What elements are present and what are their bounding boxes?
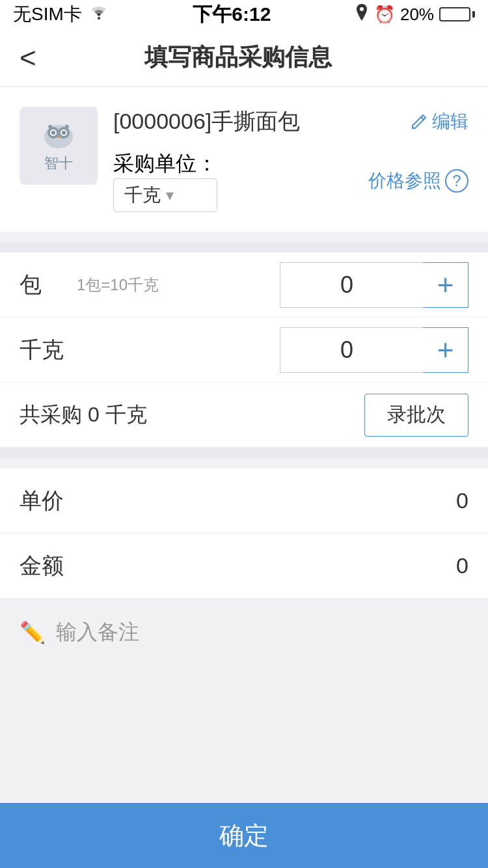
input-section: 包 1包=10千克 + 千克 + — [0, 252, 488, 383]
unit-price-row: 单价 0 — [0, 468, 488, 534]
logo-text: 智十 — [44, 154, 73, 173]
amount-row: 金额 0 — [0, 534, 488, 599]
confirm-button[interactable]: 确定 — [0, 803, 488, 868]
bag-input-row: 包 1包=10千克 + — [0, 252, 488, 318]
product-logo: 智十 — [39, 118, 78, 173]
svg-point-7 — [62, 131, 66, 135]
price-ref-label: 价格参照 — [368, 169, 441, 193]
unit-value: 千克 — [124, 183, 161, 208]
kg-label: 千克 — [20, 335, 72, 365]
svg-point-6 — [51, 131, 55, 135]
kg-input-row: 千克 + — [0, 318, 488, 383]
pencil-icon: ✏️ — [20, 620, 46, 645]
bag-label: 包 — [20, 270, 72, 300]
battery-icon — [439, 7, 475, 21]
wifi-icon — [88, 4, 109, 25]
kg-quantity-input[interactable] — [280, 327, 423, 373]
status-bar: 无SIM卡 下午6:12 ⏰ 20% — [0, 0, 488, 29]
chevron-down-icon: ▾ — [166, 186, 174, 204]
remarks-placeholder: 输入备注 — [56, 618, 139, 647]
status-time: 下午6:12 — [193, 1, 271, 28]
kg-input-controls: + — [280, 327, 468, 373]
section-divider-2 — [0, 448, 488, 458]
amount-label: 金额 — [20, 551, 64, 581]
edit-label: 编辑 — [432, 109, 468, 134]
unit-price-label: 单价 — [20, 486, 64, 516]
unit-price-value: 0 — [456, 488, 468, 513]
price-section: 单价 0 金额 0 — [0, 468, 488, 599]
svg-point-0 — [98, 17, 100, 20]
back-button[interactable]: < — [20, 42, 49, 74]
edit-button[interactable]: 编辑 — [410, 109, 468, 134]
help-icon: ? — [445, 169, 468, 193]
nav-bar: < 填写商品采购信息 — [0, 29, 488, 87]
unit-select[interactable]: 千克 ▾ — [113, 178, 217, 212]
purchase-unit-row: 采购单位： 千克 ▾ 价格参照 ? — [113, 150, 468, 212]
bag-sub-label: 1包=10千克 — [77, 275, 159, 295]
bag-input-controls: + — [280, 262, 468, 308]
section-divider-1 — [0, 242, 488, 252]
purchase-unit-label: 采购单位： 千克 ▾ — [113, 150, 217, 212]
product-card: 智十 [0000006]手撕面包 编辑 采购单位： 千克 ▾ — [0, 87, 488, 232]
location-icon — [355, 4, 369, 25]
status-left: 无SIM卡 — [13, 2, 109, 27]
product-image: 智十 — [20, 107, 98, 185]
bag-plus-button[interactable]: + — [423, 262, 468, 308]
carrier-label: 无SIM卡 — [13, 2, 82, 27]
summary-text: 共采购 0 千克 — [20, 401, 147, 429]
batch-button[interactable]: 录批次 — [364, 394, 468, 437]
remarks-input-area[interactable]: ✏️ 输入备注 — [20, 618, 468, 647]
kg-plus-button[interactable]: + — [423, 327, 468, 373]
amount-value: 0 — [456, 553, 468, 578]
product-name-row: [0000006]手撕面包 编辑 — [113, 107, 468, 137]
status-right: ⏰ 20% — [355, 4, 475, 25]
bag-quantity-input[interactable] — [280, 262, 423, 308]
product-name: [0000006]手撕面包 — [113, 107, 300, 137]
product-info: [0000006]手撕面包 编辑 采购单位： 千克 ▾ 价格参照 ? — [113, 107, 468, 212]
remarks-section: ✏️ 输入备注 — [0, 599, 488, 729]
alarm-icon: ⏰ — [374, 5, 395, 25]
summary-row: 共采购 0 千克 录批次 — [0, 383, 488, 448]
main-content: 智十 [0000006]手撕面包 编辑 采购单位： 千克 ▾ — [0, 87, 488, 794]
price-ref-button[interactable]: 价格参照 ? — [368, 169, 468, 193]
battery-percent: 20% — [400, 5, 434, 25]
page-title: 填写商品采购信息 — [49, 42, 427, 74]
